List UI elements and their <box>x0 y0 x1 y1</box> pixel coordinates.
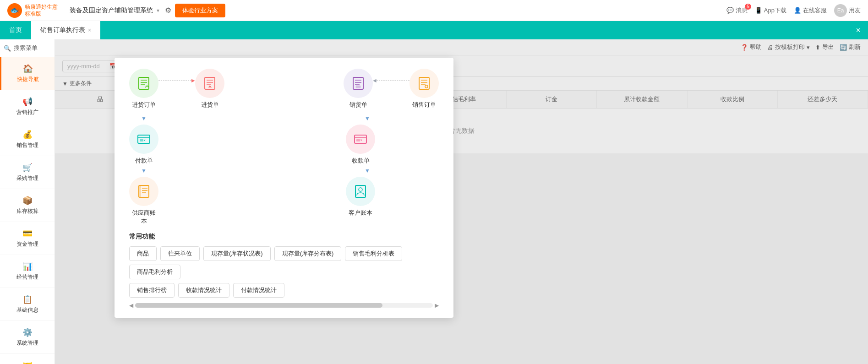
tab-home[interactable]: 首页 <box>0 21 31 39</box>
sidebar-item-marketing[interactable]: 📢 营销推广 <box>0 90 55 123</box>
scroll-left-btn[interactable]: ◀ <box>129 302 133 309</box>
header-right: 💬 消息 5 📱 App下载 👤 在线客服 Ea 用友 <box>726 4 861 17</box>
nav-tabs: 首页 销售订单执行表 × × <box>0 21 868 39</box>
search-label: 搜索菜单 <box>14 44 38 52</box>
customer-ledger-circle <box>346 177 375 206</box>
search-icon: 🔍 <box>4 45 11 52</box>
finance-icon: 💳 <box>22 228 33 239</box>
main-layout: 🔍 搜索菜单 🏠 快捷导航 📢 营销推广 💰 销售管理 🛒 采购管理 📦 库存核… <box>0 39 868 364</box>
customer-ledger-icon <box>353 184 368 199</box>
svg-rect-0 <box>139 77 149 89</box>
svg-point-32 <box>359 188 362 191</box>
scroll-right-btn[interactable]: ▶ <box>435 302 439 309</box>
func-btn-receipt-stats[interactable]: 收款情况统计 <box>178 283 229 298</box>
enterprise-icon: 🤝 <box>22 360 33 364</box>
func-btn-product-margin[interactable]: 商品毛利分析 <box>129 265 180 279</box>
func-btn-stock-status[interactable]: 现存量(库存状况表) <box>203 246 271 261</box>
svg-rect-4 <box>205 77 215 89</box>
sidebar-item-finance-label: 资金管理 <box>16 240 38 248</box>
flow-item-purchase-order[interactable]: 进货订单 <box>129 69 158 109</box>
app-download-btn[interactable]: 📱 App下载 <box>755 6 786 15</box>
settings-icon[interactable]: ⚙ <box>165 6 171 15</box>
func-buttons-row2: 销售排行榜 收款情况统计 付款情况统计 <box>129 283 439 298</box>
system-dropdown-arrow[interactable]: ▾ <box>157 7 159 14</box>
sidebar: 🔍 搜索菜单 🏠 快捷导航 📢 营销推广 💰 销售管理 🛒 采购管理 📦 库存核… <box>0 39 55 364</box>
svg-rect-20 <box>140 139 143 141</box>
sales-bill-icon <box>350 76 366 91</box>
arrow-down-customer: ▼ <box>296 165 439 177</box>
sidebar-item-operations[interactable]: 📊 经营管理 <box>0 255 55 288</box>
sidebar-item-quicknav[interactable]: 🏠 快捷导航 <box>0 57 55 90</box>
sidebar-item-system-label: 系统管理 <box>16 339 38 347</box>
sidebar-item-inventory-label: 库存核算 <box>16 207 38 215</box>
sidebar-item-enterprise[interactable]: 🤝 企业协同 <box>0 354 55 364</box>
func-btn-sales-rank[interactable]: 销售排行榜 <box>129 283 175 298</box>
online-service-btn[interactable]: 👤 在线客服 <box>794 6 827 15</box>
logo-text: 畅康通好生意 标准版 <box>25 4 58 17</box>
modal-scrollbar-row: ◀ ▶ <box>129 302 439 309</box>
sidebar-item-quicknav-label: 快捷导航 <box>17 76 39 83</box>
avatar: Ea <box>834 4 847 17</box>
tab-home-label: 首页 <box>9 26 22 34</box>
service-label: 在线客服 <box>803 6 827 15</box>
svg-point-17 <box>425 85 428 88</box>
arrow-salesorder-to-salesbill: ◀ <box>373 78 409 83</box>
flow-col-customer-side: ▼ 客户账本 <box>158 165 439 225</box>
sidebar-item-finance[interactable]: 💳 资金管理 <box>0 222 55 255</box>
supplier-ledger-circle <box>129 177 158 206</box>
svg-text:¥: ¥ <box>144 139 146 141</box>
system-icon: ⚙️ <box>22 327 33 337</box>
purchase-order-icon <box>136 76 152 91</box>
sidebar-item-purchase[interactable]: 🛒 采购管理 <box>0 156 55 189</box>
func-btn-partner[interactable]: 往来单位 <box>160 246 200 261</box>
flow-item-sales-order[interactable]: 销售订单 <box>409 69 439 109</box>
trial-btn[interactable]: 体验行业方案 <box>175 4 225 17</box>
tab-sales-execution-label: 销售订单执行表 <box>40 26 85 34</box>
logo-line1: 畅康通好生意 <box>25 4 58 10</box>
arrow-down-supplier: ▼ <box>141 165 147 177</box>
sidebar-item-basic-info[interactable]: 📋 基础信息 <box>0 288 55 321</box>
user-area[interactable]: Ea 用友 <box>834 4 861 17</box>
tab-close-icon[interactable]: × <box>88 27 91 33</box>
message-btn[interactable]: 💬 消息 5 <box>726 6 748 15</box>
flow-item-payment-bill[interactable]: ¥ 付款单 <box>129 125 158 165</box>
scroll-thumb <box>135 303 382 308</box>
svg-rect-27 <box>139 185 141 197</box>
func-btn-product[interactable]: 商品 <box>129 246 157 261</box>
flow-diagram-bottom: ▼ 供应商账本 <box>129 165 439 225</box>
customer-ledger-label: 客户账本 <box>349 209 372 217</box>
basic-info-icon: 📋 <box>22 294 33 304</box>
payment-bill-icon: ¥ <box>136 131 152 147</box>
flow-item-purchase-bill[interactable]: 进货单 <box>195 69 224 109</box>
sidebar-item-sales[interactable]: 💰 销售管理 <box>0 123 55 156</box>
func-btn-payment-stats[interactable]: 付款情况统计 <box>233 283 284 298</box>
header-left: 🐟 畅康通好生意 标准版 装备及固定资产辅助管理系统 ▾ ⚙ 体验行业方案 <box>7 3 225 18</box>
purchase-order-circle <box>129 69 158 98</box>
receipt-bill-label: 收款单 <box>352 157 370 165</box>
flow-item-receipt-bill[interactable]: ¥ 收款单 <box>282 125 439 165</box>
sidebar-item-system[interactable]: ⚙️ 系统管理 <box>0 321 55 354</box>
sidebar-search[interactable]: 🔍 搜索菜单 <box>0 39 55 57</box>
tab-sales-execution[interactable]: 销售订单执行表 × <box>31 21 100 39</box>
message-badge: 5 <box>745 4 751 10</box>
payment-bill-circle: ¥ <box>129 125 158 154</box>
common-funcs-title: 常用功能 <box>129 233 439 241</box>
close-all-tabs-btn[interactable]: × <box>856 26 861 35</box>
func-btn-stock-dist[interactable]: 现存量(库存分布表) <box>274 246 342 261</box>
arrow-purchase-to-bill: ▶ <box>158 78 195 83</box>
flow-col-supplier-ledger: ▼ 供应商账本 <box>129 165 158 225</box>
top-header: 🐟 畅康通好生意 标准版 装备及固定资产辅助管理系统 ▾ ⚙ 体验行业方案 💬 … <box>0 0 868 21</box>
modal-quicknav: 进货订单 ▶ <box>115 58 453 318</box>
purchase-bill-circle <box>195 69 224 98</box>
message-icon: 💬 <box>726 7 734 14</box>
sidebar-item-sales-label: 销售管理 <box>16 141 38 149</box>
func-btn-sales-margin[interactable]: 销售毛利分析表 <box>345 246 402 261</box>
flow-col-sales-side: ▼ ¥ 收款单 <box>158 113 439 165</box>
sidebar-item-inventory[interactable]: 📦 库存核算 <box>0 189 55 222</box>
sidebar-item-operations-label: 经营管理 <box>16 273 38 281</box>
logo-line2: 标准版 <box>25 11 58 17</box>
flow-item-sales-bill[interactable]: 销货单 <box>344 69 373 109</box>
flow-item-supplier-ledger[interactable]: 供应商账本 <box>129 177 158 225</box>
payment-bill-label: 付款单 <box>135 157 153 165</box>
flow-item-customer-ledger[interactable]: 客户账本 <box>282 177 439 217</box>
